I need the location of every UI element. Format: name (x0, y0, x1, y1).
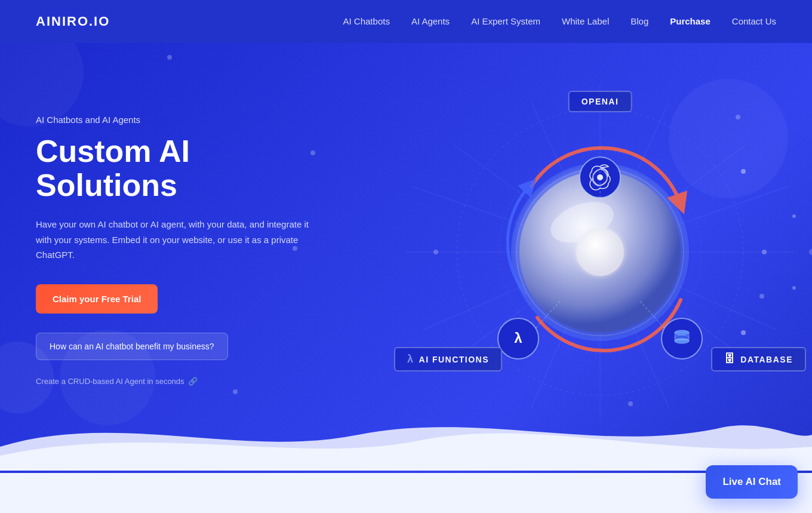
nav-purchase[interactable]: Purchase (670, 16, 710, 26)
hero-link-text: Create a CRUD-based AI Agent in seconds (36, 377, 184, 386)
wave-divider (0, 399, 812, 473)
svg-point-37 (762, 250, 767, 254)
nav-blog[interactable]: Blog (630, 16, 648, 26)
hero-subtitle: AI Chatbots and AI Agents (36, 115, 322, 125)
hero-diagram: λ (376, 67, 812, 455)
nav-contact-us[interactable]: Contact Us (732, 16, 776, 26)
svg-point-42 (809, 249, 812, 255)
link-icon: 🔗 (188, 377, 198, 386)
functions-label: AI FUNCTIONS (419, 355, 490, 364)
svg-point-22 (576, 228, 624, 276)
cta-secondary-button[interactable]: How can an AI chatbot benefit my busines… (36, 333, 228, 360)
hero-headline: Custom AI Solutions (36, 134, 322, 202)
svg-point-40 (792, 286, 796, 290)
svg-point-38 (741, 330, 746, 335)
database-icon: 🗄 (724, 353, 736, 365)
bottom-section (0, 473, 812, 513)
live-chat-button[interactable]: Live AI Chat (706, 465, 798, 499)
navigation: AINIRO.IO AI Chatbots AI Agents AI Exper… (0, 0, 812, 43)
nav-ai-chatbots[interactable]: AI Chatbots (343, 16, 390, 26)
site-logo[interactable]: AINIRO.IO (36, 14, 110, 29)
hero-description: Have your own AI chatbot or AI agent, wi… (36, 217, 322, 263)
svg-point-41 (433, 250, 438, 254)
svg-text:λ: λ (514, 330, 522, 346)
svg-point-39 (792, 214, 796, 218)
diagram-node-openai: OPENAI (568, 91, 632, 112)
lambda-icon: λ (407, 353, 414, 365)
nav-white-label[interactable]: White Label (562, 16, 609, 26)
bg-dot (167, 55, 172, 60)
cta-secondary-label: How can an AI chatbot benefit my busines… (50, 342, 214, 351)
bg-dot (233, 389, 238, 394)
nav-ai-expert-system[interactable]: AI Expert System (471, 16, 540, 26)
openai-label: OPENAI (582, 97, 619, 106)
cta-primary-button[interactable]: Claim your Free Trial (36, 284, 158, 314)
database-label: DATABASE (740, 355, 793, 364)
svg-point-36 (741, 169, 746, 174)
nav-links: AI Chatbots AI Agents AI Expert System W… (343, 16, 776, 27)
diagram-node-database: 🗄 DATABASE (711, 347, 806, 371)
hero-link[interactable]: Create a CRUD-based AI Agent in seconds … (36, 377, 322, 386)
diagram-node-functions: λ AI FUNCTIONS (394, 347, 502, 371)
diagram-svg: λ (376, 67, 812, 455)
nav-ai-agents[interactable]: AI Agents (411, 16, 450, 26)
hero-content: AI Chatbots and AI Agents Custom AI Solu… (36, 79, 322, 386)
hero-section: AI Chatbots and AI Agents Custom AI Solu… (0, 43, 812, 473)
